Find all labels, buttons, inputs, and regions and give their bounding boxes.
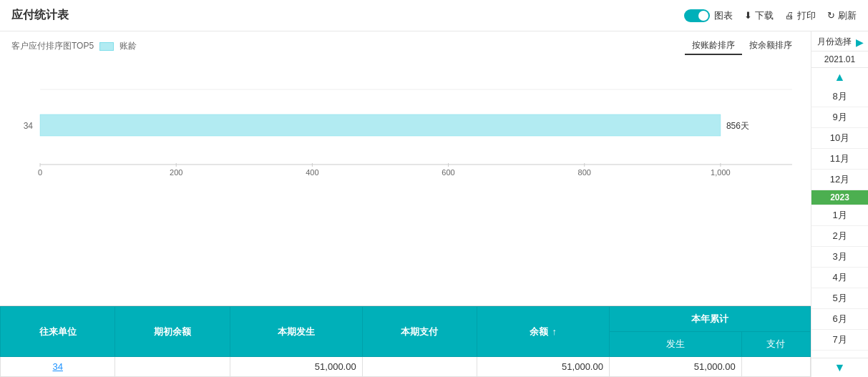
chart-toggle-label: 图表 xyxy=(714,9,733,22)
data-table: 往来单位 期初余额 本期发生 本期支付 余额 ↑ 本年累计 xyxy=(0,306,811,377)
sidebar-header: 月份选择 ▶ xyxy=(811,31,868,52)
month-sidebar: 月份选择 ▶ 2021.01 ▲ 8月9月10月11月12月20231月2月3月… xyxy=(811,31,868,377)
svg-text:600: 600 xyxy=(442,168,454,177)
sidebar-expand-button[interactable]: ▶ xyxy=(856,36,864,48)
legend-text: 客户应付排序图TOP5 xyxy=(11,40,94,52)
month-item[interactable]: 9月 xyxy=(811,107,868,128)
month-item[interactable]: 2023 xyxy=(811,190,868,205)
chart-svg-wrap: 34 856天 0 200 400 600 800 xyxy=(0,55,811,305)
col-unit-header: 往来单位 xyxy=(1,307,115,357)
chart-controls: 客户应付排序图TOP5 账龄 按账龄排序 按余额排序 xyxy=(0,31,811,55)
bar-end-label: 856天 xyxy=(726,121,749,131)
month-item[interactable]: 8月 xyxy=(811,87,868,107)
print-icon: 🖨 xyxy=(785,10,794,21)
legend-box-label: 账龄 xyxy=(120,40,137,52)
sidebar-year-value: 2021.01 xyxy=(824,54,855,64)
main-content: 客户应付排序图TOP5 账龄 按账龄排序 按余额排序 34 856天 xyxy=(0,31,868,377)
col-qichu-header: 期初余额 xyxy=(115,307,230,357)
unit-link[interactable]: 34 xyxy=(53,361,63,372)
chart-legend: 客户应付排序图TOP5 账龄 xyxy=(11,40,137,52)
table-header-row: 往来单位 期初余额 本期发生 本期支付 余额 ↑ 本年累计 xyxy=(1,307,811,332)
month-item[interactable]: 3月 xyxy=(811,247,868,268)
sort-by-age-button[interactable]: 按账龄排序 xyxy=(685,37,742,55)
sidebar-down-button[interactable]: ▼ xyxy=(811,358,868,377)
cell-yue: 51,000.00 xyxy=(477,357,610,377)
svg-text:400: 400 xyxy=(306,168,318,177)
cell-zhifu xyxy=(362,357,477,377)
sidebar-title: 月份选择 xyxy=(817,36,852,48)
yue-label: 余额 xyxy=(530,326,548,337)
refresh-icon: ↻ xyxy=(827,10,835,21)
month-item[interactable]: 10月 xyxy=(811,128,868,149)
page-title: 应付统计表 xyxy=(11,8,69,23)
month-item[interactable]: 1月 xyxy=(811,205,868,226)
svg-text:1,000: 1,000 xyxy=(711,168,731,177)
sidebar-up-button[interactable]: ▲ xyxy=(811,68,868,87)
table-wrapper: 往来单位 期初余额 本期发生 本期支付 余额 ↑ 本年累计 xyxy=(0,306,811,377)
cell-niandu-zhifu xyxy=(741,357,810,377)
month-item[interactable]: 5月 xyxy=(811,288,868,309)
cell-unit: 34 xyxy=(1,357,115,377)
refresh-button[interactable]: ↻ 刷新 xyxy=(827,9,857,22)
col-niandu-fasheng-header: 发生 xyxy=(609,332,741,357)
chart-toggle[interactable] xyxy=(684,9,710,22)
month-item[interactable]: 12月 xyxy=(811,170,868,190)
svg-text:200: 200 xyxy=(170,168,182,177)
chart-toggle-wrap: 图表 xyxy=(684,9,733,22)
chart-area: 客户应付排序图TOP5 账龄 按账龄排序 按余额排序 34 856天 xyxy=(0,31,811,377)
print-button[interactable]: 🖨 打印 xyxy=(785,9,816,22)
cell-fasheng: 51,000.00 xyxy=(230,357,362,377)
table-area: 往来单位 期初余额 本期发生 本期支付 余额 ↑ 本年累计 xyxy=(0,305,811,377)
page-header: 应付统计表 图表 ⬇ 下载 🖨 打印 ↻ 刷新 xyxy=(0,0,868,31)
col-niandu-zhifu-header: 支付 xyxy=(741,332,810,357)
svg-text:0: 0 xyxy=(38,168,42,177)
cell-qichu xyxy=(115,357,230,377)
bar-chart: 34 856天 0 200 400 600 800 xyxy=(11,61,799,204)
download-label: 下载 xyxy=(755,9,774,22)
sort-buttons: 按账龄排序 按余额排序 xyxy=(685,37,799,55)
sort-by-balance-button[interactable]: 按余额排序 xyxy=(742,37,799,55)
month-item[interactable]: 4月 xyxy=(811,268,868,288)
refresh-label: 刷新 xyxy=(838,9,857,22)
month-item[interactable]: 6月 xyxy=(811,309,868,330)
col-zhifu-header: 本期支付 xyxy=(362,307,477,357)
sidebar-months: 8月9月10月11月12月20231月2月3月4月5月6月7月 xyxy=(811,87,868,358)
table-body: 34 51,000.00 51,000.00 51,000.00 xyxy=(1,357,811,377)
col-niandu-header: 本年累计 xyxy=(609,307,810,332)
header-actions: 图表 ⬇ 下载 🖨 打印 ↻ 刷新 xyxy=(684,9,857,22)
month-item[interactable]: 7月 xyxy=(811,330,868,351)
print-label: 打印 xyxy=(797,9,816,22)
table-row: 34 51,000.00 51,000.00 51,000.00 xyxy=(1,357,811,377)
col-yue-header: 余额 ↑ xyxy=(477,307,610,357)
sidebar-year-display: 2021.01 xyxy=(811,52,868,68)
download-button[interactable]: ⬇ 下载 xyxy=(744,9,774,22)
cell-niandu-fasheng: 51,000.00 xyxy=(609,357,741,377)
legend-box xyxy=(99,42,114,51)
yue-sort-icon[interactable]: ↑ xyxy=(552,326,557,337)
y-axis-label: 34 xyxy=(24,121,34,131)
bar-rect xyxy=(40,114,721,136)
col-fasheng-header: 本期发生 xyxy=(230,307,362,357)
download-icon: ⬇ xyxy=(744,10,752,21)
svg-text:800: 800 xyxy=(578,168,591,177)
month-item[interactable]: 2月 xyxy=(811,226,868,247)
month-item[interactable]: 11月 xyxy=(811,149,868,170)
